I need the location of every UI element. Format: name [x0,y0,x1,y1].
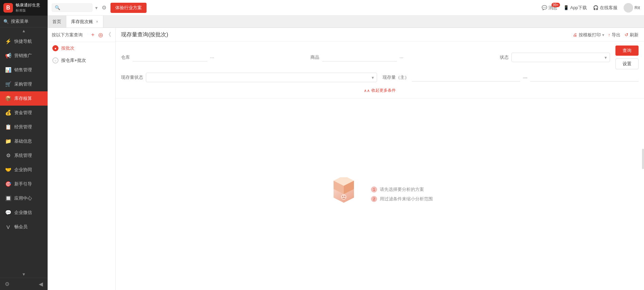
tab-home-label: 首页 [52,19,61,25]
empty-tip-2: 2 用过滤条件来缩小分析范围 [371,196,433,202]
print-template-button[interactable]: 🖨 按模板打印 ▾ [573,32,604,38]
product-more-icon[interactable]: ··· [400,55,404,60]
sidebar-item-label: 系统管理 [14,152,32,159]
online-support-label: 在线客服 [600,5,617,11]
sidebar-item-enterprise[interactable]: 🤝 企业协同 [0,163,48,177]
sidebar-item-label: 库存核算 [14,95,32,102]
qty-to-input[interactable] [530,73,639,81]
sidebar-item-label: 企业微信 [14,210,32,216]
scheme-item-by-batch[interactable]: ● 按批次 [48,42,115,54]
tab-close-icon[interactable]: × [96,19,98,24]
tabbar-container: 首页 库存批次账 × × [48,16,644,28]
export-label: 导出 [612,32,621,38]
footer-settings-icon[interactable]: ⚙ [5,281,10,287]
app-download-button[interactable]: 📱 App下载 [563,5,587,11]
messages-icon: 💬 [542,5,547,10]
sidebar-item-label: 采购管理 [14,81,32,87]
left-panel-header: 按以下方案查询 ＋ ◎ 《 [48,28,115,42]
operations-icon: 📋 [5,124,12,130]
tabbar: 首页 库存批次账 × [48,16,644,28]
sidebar-item-newbie[interactable]: 🎯 新手引导 [0,177,48,191]
topbar-gear-icon[interactable]: ⚙ [100,3,108,12]
username-label: Rit [634,5,640,10]
sidebar-item-corp-wechat[interactable]: 💬 企业微信 [0,205,48,220]
scroll-up-icon: ▲ [22,29,26,33]
svg-point-5 [342,196,343,197]
enterprise-icon: 🤝 [5,166,12,173]
corp-wechat-icon: 💬 [5,209,12,216]
qty-dash: — [522,75,529,80]
collapse-panel-icon[interactable]: 《 [106,31,111,38]
sidebar-item-label: 应用中心 [14,195,32,201]
filter-row-2: 现存量状态 ▾ 现存量（主） — [121,73,639,82]
tab-inventory-batch[interactable]: 库存批次账 × [66,16,103,28]
tab-inventory-batch-label: 库存批次账 [71,19,93,25]
sales-icon: 📊 [5,67,12,73]
search-menu[interactable]: 🔍 搜索菜单 [0,16,48,28]
topbar-search-area[interactable]: 🔍 [52,3,92,12]
sidebar-item-label: 企业协同 [14,167,32,173]
sidebar-item-sales[interactable]: 📊 销售管理 [0,63,48,77]
user-area[interactable]: Rit [624,3,640,13]
query-button[interactable]: 查询 [615,46,639,56]
sidebar-item-system[interactable]: ⚙ 系统管理 [0,148,48,163]
sidebar-header: B 畅康通好生意 标准版 [0,0,48,16]
sidebar-item-label: 基础信息 [14,138,32,144]
add-scheme-icon[interactable]: ＋ [90,31,96,38]
settings-button[interactable]: 设置 [615,58,639,69]
inventory-qty-label: 现存量（主） [383,74,409,80]
sidebar-item-inventory[interactable]: 📦 库存核算 [0,91,48,106]
inventory-status-select[interactable]: ▾ [146,73,377,82]
sidebar-scroll-up[interactable]: ▲ [0,28,48,34]
messages-badge: 99+ [552,3,560,7]
sidebar-item-vip[interactable]: V 畅会员 [0,220,48,234]
export-button[interactable]: ↑ 导出 [608,32,621,38]
sidebar-item-quick-nav[interactable]: ⚡ 快捷导航 [0,34,48,49]
content-area: 按以下方案查询 ＋ ◎ 《 ● 按批次 ○ 按仓库+批次 现存量查询(按批次) [48,28,644,290]
refresh-button[interactable]: ↺ 刷新 [625,32,639,38]
sidebar-item-apps[interactable]: 🔲 应用中心 [0,191,48,205]
industry-solution-button[interactable]: 体验行业方案 [111,3,147,13]
system-icon: ⚙ [5,152,12,159]
inventory-status-chevron: ▾ [372,75,374,80]
newbie-icon: 🎯 [5,181,12,187]
status-filter-group: 状态 ▾ [500,53,610,62]
status-select[interactable]: ▾ [511,53,610,62]
online-support-button[interactable]: 🎧 在线客服 [593,5,617,11]
footer-collapse-icon[interactable]: ◀ [39,281,43,287]
sidebar-item-finance[interactable]: 💰 资金管理 [0,106,48,120]
svg-point-6 [344,196,345,197]
product-filter-group: 商品 ··· [310,53,494,61]
sidebar-item-purchase[interactable]: 🛒 采购管理 [0,77,48,91]
print-template-label: 按模板打印 [579,32,601,38]
print-chevron-icon: ▾ [602,33,604,37]
search-icon: 🔍 [3,19,9,24]
filter-collapse-button[interactable]: ∧∧ 收起更多条件 [121,86,639,94]
tab-home[interactable]: 首页 [48,16,66,28]
scheme-item-by-warehouse-batch[interactable]: ○ 按仓库+批次 [48,54,115,67]
topbar-search-input[interactable] [62,5,89,10]
warehouse-label: 仓库 [121,54,130,60]
sidebar-item-label: 资金管理 [14,110,32,116]
warehouse-input[interactable] [133,53,207,61]
warehouse-more-icon[interactable]: ··· [210,55,214,60]
empty-state: 1 请先选择要分析的方案 2 用过滤条件来缩小分析范围 [116,98,644,290]
avatar [624,3,633,13]
messages-button[interactable]: 💬 消息 99+ [542,5,557,11]
tip-text-2: 用过滤条件来缩小分析范围 [380,196,433,202]
export-icon: ↑ [608,32,611,37]
right-scrollbar[interactable] [642,149,644,169]
sidebar-item-marketing[interactable]: 📢 营销推广 [0,49,48,63]
sidebar: B 畅康通好生意 标准版 🔍 搜索菜单 ▲ ⚡ 快捷导航 📢 营销推广 📊 销售… [0,0,48,290]
search-menu-label: 搜索菜单 [11,18,29,24]
product-input[interactable] [322,53,397,61]
app-download-icon: 📱 [563,5,569,10]
sidebar-item-operations[interactable]: 📋 经营管理 [0,120,48,134]
topbar-chevron-icon[interactable]: ▾ [95,5,98,11]
sidebar-item-basic[interactable]: 📁 基础信息 [0,134,48,148]
sidebar-scroll-down[interactable]: ▼ [0,271,48,278]
page-title: 现存量查询(按批次) [121,31,168,38]
qty-from-input[interactable] [412,73,520,81]
sidebar-item-label: 新手引导 [14,181,32,187]
settings-scheme-icon[interactable]: ◎ [98,32,103,38]
